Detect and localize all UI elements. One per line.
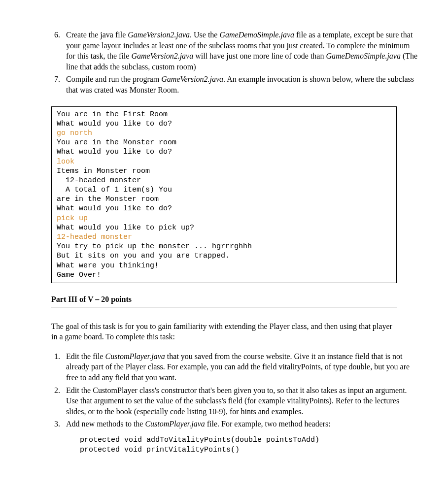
code-output-box: You are in the First RoomWhat would you … <box>51 106 397 283</box>
code-line: are in the Monster room <box>57 195 391 204</box>
code-line: What would you like to do? <box>57 204 391 213</box>
code-line: You are in the First Room <box>57 110 391 119</box>
code-line: Items in Monster room <box>57 166 391 176</box>
top-ordered-list: Create the java file GameVersion2.java. … <box>30 30 418 96</box>
intro-paragraph: The goal of this task is for you to gain… <box>51 321 397 342</box>
section-divider <box>51 307 397 307</box>
code-line: What were you thinking! <box>57 261 391 270</box>
code-line: You try to pick up the monster ... hgrrr… <box>57 242 391 251</box>
section-heading: Part III of V – 20 points <box>51 294 397 305</box>
code-line: You are in the Monster room <box>57 138 391 147</box>
list-item-b1: Edit the file CustomPlayer.java that you… <box>62 351 418 383</box>
list-item-7: Compile and run the program GameVersion2… <box>62 74 418 95</box>
code-line: But it sits on you and you are trapped. <box>57 251 391 261</box>
code-line: look <box>57 157 391 166</box>
code-line: 12-headed monster <box>57 176 391 185</box>
code-line: What would you like to do? <box>57 147 391 157</box>
code-line: A total of 1 item(s) You <box>57 185 391 195</box>
list-item-b2-text: Edit the CustomPlayer class's constructo… <box>66 386 407 416</box>
code-line: What would you like to do? <box>57 119 391 129</box>
list-item-6-text: Create the java file GameVersion2.java. … <box>66 31 417 71</box>
list-item-b1-text: Edit the file CustomPlayer.java that you… <box>66 352 410 382</box>
list-item-b3: Add new methods to the CustomPlayer.java… <box>62 419 418 455</box>
list-item-7-text: Compile and run the program GameVersion2… <box>66 75 414 94</box>
code-line: What would you like to pick up? <box>57 223 391 232</box>
code-line: 12-headed monster <box>57 232 391 242</box>
document-page: Create the java file GameVersion2.java. … <box>0 0 448 486</box>
code-line: pick up <box>57 214 391 223</box>
code-line: go north <box>57 129 391 138</box>
list-item-b3-text: Add new methods to the CustomPlayer.java… <box>66 420 418 455</box>
list-item-b2: Edit the CustomPlayer class's constructo… <box>62 385 418 417</box>
bottom-ordered-list: Edit the file CustomPlayer.java that you… <box>30 351 418 456</box>
code-line: Game Over! <box>57 270 391 280</box>
list-item-6: Create the java file GameVersion2.java. … <box>62 30 418 72</box>
